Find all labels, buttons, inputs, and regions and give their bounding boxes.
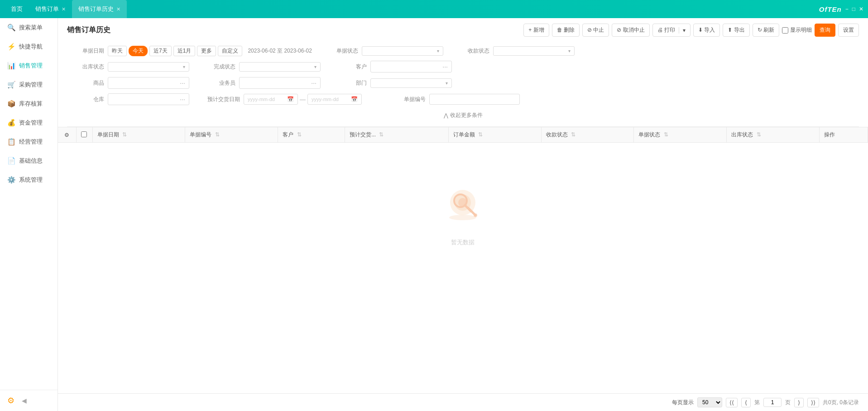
new-button[interactable]: + 新增 — [523, 24, 549, 37]
department-arrow-icon: ▾ — [446, 81, 448, 86]
top-bar: 首页 销售订单 ✕ 销售订单历史 ✕ OfTEn − □ ✕ — [0, 0, 868, 18]
last-page-btn[interactable]: ⟩⟩ — [807, 398, 819, 407]
empty-state: 暂无数据 — [58, 143, 868, 265]
maximize-btn[interactable]: □ — [852, 6, 855, 12]
department-select[interactable]: ▾ — [370, 78, 452, 88]
prev-page-btn[interactable]: ⟨ — [741, 398, 751, 407]
tab-sales-order-history-label: 销售订单历史 — [78, 5, 114, 13]
filter-row-3: 商品 ··· 业务员 ··· 部门 — [76, 77, 850, 89]
tab-home[interactable]: 首页 — [5, 0, 29, 18]
main-layout: 🔍 搜索菜单 ⚡ 快捷导航 📊 销售管理 🛒 采购管理 📦 库存核算 💰 资金管… — [0, 18, 868, 411]
warehouse-ellipsis-icon: ··· — [180, 96, 185, 103]
minimize-btn[interactable]: − — [845, 6, 849, 12]
col-receipt-status-sort-icon[interactable]: ⇅ — [571, 131, 575, 138]
print-button[interactable]: 🖨 打印 ▾ — [652, 24, 691, 37]
custom-btn[interactable]: 自定义 — [218, 46, 242, 56]
close-window-btn[interactable]: ✕ — [859, 6, 863, 12]
col-order-amount-label: 订单金额 — [453, 131, 475, 138]
delivery-start-input[interactable]: yyyy-mm-dd 📅 — [244, 94, 298, 105]
table-wrapper: ⚙ 单据日期 ⇅ 单据编号 ⇅ — [58, 127, 868, 393]
query-button[interactable]: 查询 — [815, 24, 835, 37]
show-detail-label[interactable]: 显示明细 — [782, 26, 812, 34]
table-settings-icon[interactable]: ⚙ — [64, 132, 69, 138]
salesperson-select[interactable]: ··· — [239, 77, 321, 89]
col-out-status-sort-icon[interactable]: ⇅ — [757, 131, 761, 138]
bill-no-control — [429, 94, 520, 105]
page-title-row: 销售订单历史 + 新增 🗑 删除 ⊘ 中止 ⊘ 取消中止 🖨 打印 ▾ ⬇ 导入… — [67, 24, 859, 37]
col-bill-status-sort-icon[interactable]: ⇅ — [664, 131, 668, 138]
sidebar-item-quick-nav[interactable]: ⚡ 快捷导航 — [0, 37, 58, 56]
delivery-date-control: yyyy-mm-dd 📅 — yyyy-mm-dd 📅 — [244, 94, 379, 105]
page-size-select[interactable]: 50 20 100 — [697, 397, 722, 407]
tab-sales-order[interactable]: 销售订单 ✕ — [29, 0, 72, 18]
col-delivery-date-sort-icon[interactable]: ⇅ — [379, 131, 384, 138]
export-button[interactable]: ⬆ 导出 — [723, 24, 749, 37]
goods-select[interactable]: ··· — [108, 77, 189, 89]
sidebar-bottom: ⚙ ◀ — [0, 390, 58, 411]
col-bill-no-sort-icon[interactable]: ⇅ — [215, 131, 220, 138]
sidebar: 🔍 搜索菜单 ⚡ 快捷导航 📊 销售管理 🛒 采购管理 📦 库存核算 💰 资金管… — [0, 18, 58, 411]
first-page-btn[interactable]: ⟨⟨ — [726, 398, 738, 407]
sidebar-item-finance[interactable]: 💰 资金管理 — [0, 113, 58, 132]
page-num-input[interactable] — [763, 398, 782, 407]
more-btn[interactable]: 更多 — [197, 46, 216, 56]
last1m-btn[interactable]: 近1月 — [173, 46, 196, 56]
delivery-end-cal-icon: 📅 — [351, 96, 358, 102]
delivery-end-input[interactable]: yyyy-mm-dd 📅 — [307, 94, 362, 105]
sidebar-item-system[interactable]: ⚙️ 系统管理 — [0, 170, 58, 189]
customer-select[interactable]: ··· — [370, 61, 452, 73]
bill-no-input[interactable] — [429, 94, 520, 105]
tab-sales-order-history[interactable]: 销售订单历史 ✕ — [72, 0, 127, 18]
delivery-start-placeholder: yyyy-mm-dd — [248, 97, 275, 102]
last7-btn[interactable]: 近7天 — [149, 46, 172, 56]
show-detail-checkbox[interactable] — [782, 27, 788, 34]
receipt-status-label: 收款状态 — [461, 47, 493, 55]
table-body: 暂无数据 — [58, 143, 868, 265]
next-page-btn[interactable]: ⟩ — [794, 398, 804, 407]
cancel-stop-button[interactable]: ⊘ 取消中止 — [612, 24, 649, 37]
out-status-arrow-icon: ▾ — [183, 64, 185, 69]
col-bill-date-sort-icon[interactable]: ⇅ — [122, 131, 127, 138]
sidebar-item-search-menu[interactable]: 🔍 搜索菜单 — [0, 18, 58, 37]
warehouse-select[interactable]: ··· — [108, 93, 189, 105]
col-customer-sort-icon[interactable]: ⇅ — [297, 131, 302, 138]
sidebar-item-system-label: 系统管理 — [19, 176, 43, 184]
settings-button[interactable]: 设置 — [838, 24, 859, 37]
import-button[interactable]: ⬇ 导入 — [693, 24, 720, 37]
sidebar-item-quick-nav-label: 快捷导航 — [19, 43, 43, 51]
goods-ellipsis-icon: ··· — [180, 79, 185, 87]
sidebar-item-sales-mgmt[interactable]: 📊 销售管理 — [0, 56, 58, 75]
bill-status-label: 单据状态 — [330, 47, 362, 55]
collapse-bar[interactable]: ⋀ 收起更多条件 — [76, 110, 850, 122]
tab-sales-order-close[interactable]: ✕ — [62, 6, 66, 12]
delete-button[interactable]: 🗑 删除 — [552, 24, 580, 37]
refresh-button[interactable]: ↻ 刷新 — [753, 24, 779, 37]
complete-status-select[interactable]: ▾ — [239, 62, 321, 72]
settings-bottom-icon[interactable]: ⚙ — [7, 396, 14, 406]
yesterday-btn[interactable]: 昨天 — [108, 46, 127, 56]
purchase-mgmt-icon: 🛒 — [7, 81, 15, 89]
bill-status-select[interactable]: ▾ — [362, 46, 443, 56]
table-header-row: ⚙ 单据日期 ⇅ 单据编号 ⇅ — [58, 127, 868, 143]
collapse-sidebar-icon[interactable]: ◀ — [22, 397, 27, 404]
stop-button[interactable]: ⊘ 中止 — [582, 24, 609, 37]
sidebar-item-inventory[interactable]: 📦 库存核算 — [0, 94, 58, 113]
tab-sales-order-history-close[interactable]: ✕ — [116, 6, 120, 12]
out-status-select[interactable]: ▾ — [108, 62, 189, 72]
sidebar-item-basic-info-label: 基础信息 — [19, 157, 43, 165]
date-range: 2023-06-02 至 2023-06-02 — [248, 47, 312, 55]
receipt-status-arrow-icon: ▾ — [568, 48, 571, 53]
inventory-icon: 📦 — [7, 100, 15, 108]
col-customer: 客户 ⇅ — [278, 127, 345, 143]
sidebar-item-basic-info[interactable]: 📄 基础信息 — [0, 151, 58, 170]
select-all-checkbox[interactable] — [81, 131, 87, 137]
today-btn[interactable]: 今天 — [129, 46, 148, 56]
col-order-amount-sort-icon[interactable]: ⇅ — [478, 131, 483, 138]
sidebar-item-purchase-mgmt[interactable]: 🛒 采购管理 — [0, 75, 58, 94]
col-checkbox — [76, 127, 92, 143]
receipt-status-select[interactable]: ▾ — [493, 46, 575, 56]
show-detail-text: 显示明细 — [790, 26, 812, 34]
search-menu-icon: 🔍 — [7, 24, 15, 32]
sidebar-item-operations[interactable]: 📋 经营管理 — [0, 132, 58, 151]
total-info: 共0页, 0条记录 — [823, 399, 859, 406]
